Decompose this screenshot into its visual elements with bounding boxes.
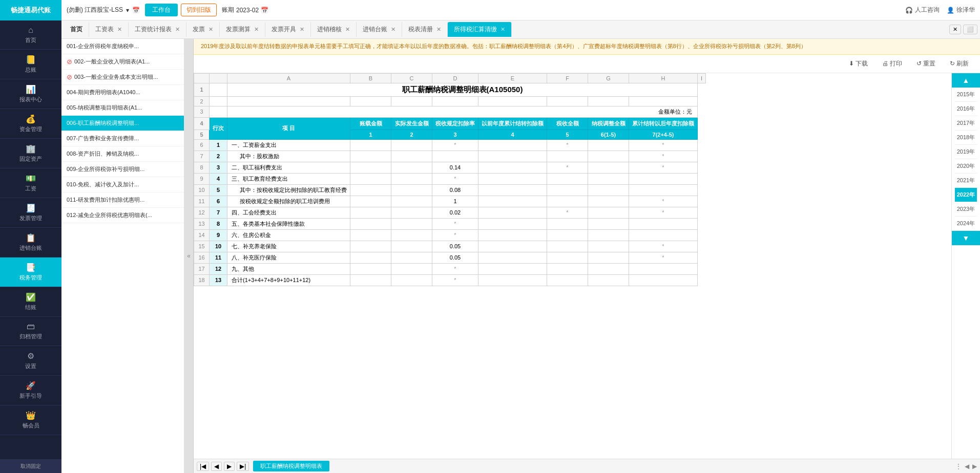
cell-r14-c5[interactable] [588,229,629,241]
cell-r7-c5[interactable] [588,150,629,162]
year-item-2018[interactable]: 2018年 [955,131,977,145]
cell-r11-c2[interactable]: 1 [432,196,478,207]
report-item-003[interactable]: ⊘003-一般企业业务成本支出明细... [61,70,184,85]
cell-r18-c0[interactable] [350,274,391,286]
cell-r16-c0[interactable] [350,252,391,263]
cell-r7-c4[interactable] [547,150,588,162]
year-item-2017[interactable]: 2017年 [955,116,977,131]
support-link[interactable]: 🎧 人工咨询 [905,6,940,14]
cell-r6-c3[interactable] [478,139,547,150]
cell-r13-c6[interactable] [629,218,698,229]
close-tab-btn[interactable]: ✕ [949,25,961,34]
cell-r9-c5[interactable] [588,173,629,184]
cell-r10-c1[interactable] [391,184,432,196]
report-item-004[interactable]: 004-期间费用明细表(A1040... [61,85,184,100]
cell-r18-c4[interactable] [547,274,588,286]
cell-r14-c3[interactable] [478,229,547,241]
sidebar-item-archive[interactable]: 🗃归档管理 [0,317,61,346]
year-item-2022[interactable]: 2022年 [955,188,977,202]
cell-r6-c1[interactable] [391,139,432,150]
tab-发票[interactable]: 发票✕ [186,22,220,37]
tab-发票测算[interactable]: 发票测算✕ [220,22,265,37]
cell-r9-c6[interactable] [629,173,698,184]
period-calendar-icon[interactable]: 📅 [261,7,268,14]
sidebar-item-settle[interactable]: ✅结账 [0,287,61,317]
cell-r8-c4[interactable]: * [547,162,588,173]
cell-r7-c6[interactable]: * [629,150,698,162]
tab-close-icon[interactable]: ✕ [175,26,180,33]
cell-r15-c1[interactable] [391,241,432,252]
cell-r9-c0[interactable] [350,173,391,184]
sidebar-item-salespurchase[interactable]: 📋进销台账 [0,228,61,257]
tab-close-icon[interactable]: ✕ [208,26,213,33]
cell-r12-c0[interactable] [350,207,391,218]
print-button[interactable]: 🖨 打印 [878,58,906,70]
tab-工资表[interactable]: 工资表✕ [89,22,129,37]
cell-r18-c3[interactable] [478,274,547,286]
cell-r15-c2[interactable]: 0.05 [432,241,478,252]
sheet-nav-first-btn[interactable]: |◀ [197,462,209,471]
cell-r6-c4[interactable]: * [547,139,588,150]
cell-r17-c3[interactable] [478,263,547,274]
cell-r14-c4[interactable] [547,229,588,241]
tab-税表清册[interactable]: 税表清册✕ [402,22,448,37]
cell-r9-c4[interactable] [547,173,588,184]
cell-r10-c0[interactable] [350,184,391,196]
cell-r12-c5[interactable] [588,207,629,218]
cell-r8-c2[interactable]: 0.14 [432,162,478,173]
tab-进销稽核[interactable]: 进销稽核✕ [311,22,357,37]
year-scroll-up-btn[interactable]: ▲ [952,73,980,88]
sidebar-item-home[interactable]: ⌂首页 [0,20,61,50]
sidebar-item-guide[interactable]: 🚀新手引导 [0,376,61,405]
report-item-007[interactable]: 007-广告费和业务宣传费障... [61,131,184,146]
download-button[interactable]: ⬇ 下载 [845,58,872,70]
cell-r9-c3[interactable] [478,173,547,184]
cell-r8-c0[interactable] [350,162,391,173]
cell-r14-c6[interactable] [629,229,698,241]
cell-r18-c1[interactable] [391,274,432,286]
sidebar-item-capital[interactable]: 💰资金管理 [0,109,61,139]
cell-r12-c3[interactable] [478,207,547,218]
report-item-012[interactable]: 012-减免企业所得税优惠明细表(... [61,208,184,223]
report-item-006[interactable]: 006-职工薪酬纳税调整明细... [61,116,184,131]
tab-close-icon[interactable]: ✕ [501,26,505,33]
restore-tab-btn[interactable]: ⬜ [963,25,977,34]
year-item-2021[interactable]: 2021年 [955,174,977,188]
cell-r8-c5[interactable] [588,162,629,173]
cell-r17-c2[interactable]: * [432,263,478,274]
cell-r11-c6[interactable]: * [629,196,698,207]
cell-r16-c3[interactable] [478,252,547,263]
report-item-011[interactable]: 011-研发费用加计扣除优惠明... [61,192,184,208]
cell-r13-c3[interactable] [478,218,547,229]
switch-version-button[interactable]: 切到旧版 [181,4,217,16]
cell-r13-c4[interactable] [547,218,588,229]
cell-r8-c6[interactable]: * [629,162,698,173]
tab-所得税汇算清缴[interactable]: 所得税汇算清缴✕ [448,22,512,37]
cell-r17-c0[interactable] [350,263,391,274]
cell-r7-c2[interactable] [432,150,478,162]
year-item-2020[interactable]: 2020年 [955,159,977,174]
cell-r7-c3[interactable] [478,150,547,162]
scroll-right-btn[interactable]: ▶ [972,463,977,470]
cell-r7-c0[interactable] [350,150,391,162]
cell-r6-c6[interactable]: * [629,139,698,150]
cell-r11-c4[interactable] [547,196,588,207]
report-item-001[interactable]: 001-企业所得税年度纳税申... [61,39,184,54]
sheet-nav-prev-btn[interactable]: ◀ [211,462,222,471]
cell-r10-c5[interactable] [588,184,629,196]
cell-r9-c2[interactable]: * [432,173,478,184]
cell-r14-c2[interactable]: * [432,229,478,241]
report-item-005[interactable]: 005-纳税调整项目明细表(A1... [61,100,184,116]
tab-close-icon[interactable]: ✕ [345,26,350,33]
tab-close-icon[interactable]: ✕ [117,26,122,33]
sidebar-item-vip[interactable]: 👑畅会员 [0,405,61,435]
year-item-2016[interactable]: 2016年 [955,102,977,116]
year-scroll-down-btn[interactable]: ▼ [952,231,980,245]
sheet-nav-next-btn[interactable]: ▶ [224,462,235,471]
cell-r11-c1[interactable] [391,196,432,207]
cell-r16-c4[interactable] [547,252,588,263]
cell-r12-c1[interactable] [391,207,432,218]
cell-r10-c6[interactable] [629,184,698,196]
user-profile[interactable]: 👤 徐泽华 [947,6,975,14]
cell-r13-c2[interactable]: * [432,218,478,229]
